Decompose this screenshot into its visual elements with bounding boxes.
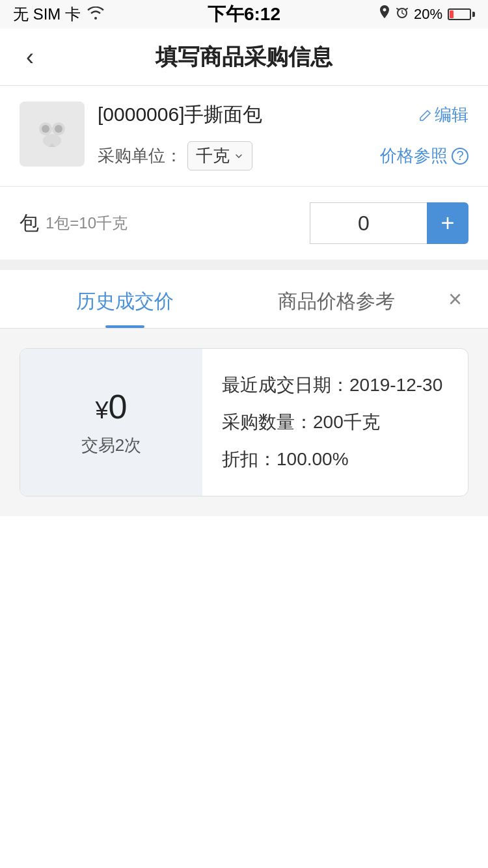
tab-price-reference[interactable]: 商品价格参考 xyxy=(230,270,441,328)
location-icon xyxy=(379,5,390,23)
tab-history-price[interactable]: 历史成交价 xyxy=(20,270,230,328)
battery-percent: 20% xyxy=(414,6,442,23)
wifi-icon xyxy=(87,5,104,23)
card-section: ¥0 交易2次 最近成交日期：2019-12-30 采购数量：200千克 折扣：… xyxy=(0,329,488,516)
purchase-quantity-row: 采购数量：200千克 xyxy=(222,409,448,435)
unit-info: 包 1包=10千克 xyxy=(20,210,128,237)
unit-label: 采购单位： xyxy=(98,144,182,167)
unit-select[interactable]: 千克 xyxy=(187,141,252,170)
back-button[interactable]: ‹ xyxy=(20,37,40,77)
card-right: 最近成交日期：2019-12-30 采购数量：200千克 折扣：100.00% xyxy=(202,349,468,496)
status-left: 无 SIM 卡 xyxy=(13,4,104,25)
discount-row: 折扣：100.00% xyxy=(222,446,448,472)
unit-box-label: 包 xyxy=(20,210,39,237)
svg-point-3 xyxy=(42,125,49,133)
tabs-section: 历史成交价 商品价格参考 × xyxy=(0,270,488,329)
status-time: 下午6:12 xyxy=(208,2,280,27)
carrier-label: 无 SIM 卡 xyxy=(13,4,81,25)
price-display: ¥0 xyxy=(96,387,128,426)
trade-count: 交易2次 xyxy=(81,434,141,457)
quantity-section: 包 1包=10千克 + xyxy=(0,186,488,260)
quantity-plus-button[interactable]: + xyxy=(427,202,468,244)
price-card: ¥0 交易2次 最近成交日期：2019-12-30 采购数量：200千克 折扣：… xyxy=(20,348,468,496)
last-date-row: 最近成交日期：2019-12-30 xyxy=(222,372,448,398)
nav-bar: ‹ 填写商品采购信息 xyxy=(0,29,488,86)
status-bar: 无 SIM 卡 下午6:12 20% xyxy=(0,0,488,29)
product-details: [0000006]手撕面包 编辑 采购单位： 千克 xyxy=(98,102,468,170)
edit-button[interactable]: 编辑 xyxy=(419,103,468,126)
svg-point-4 xyxy=(55,125,62,133)
tab-close-button[interactable]: × xyxy=(442,279,468,319)
quantity-input[interactable] xyxy=(310,202,427,244)
help-icon: ? xyxy=(452,148,468,165)
page-bottom xyxy=(0,516,488,868)
price-ref-button[interactable]: 价格参照 ? xyxy=(380,144,468,167)
page-title: 填写商品采购信息 xyxy=(156,42,332,72)
status-right: 20% xyxy=(379,5,475,23)
unit-conversion: 1包=10千克 xyxy=(46,213,128,234)
product-thumbnail xyxy=(20,102,85,167)
quantity-controls: + xyxy=(310,202,468,244)
product-name: [0000006]手撕面包 xyxy=(98,102,262,128)
battery-icon xyxy=(448,8,475,20)
alarm-icon xyxy=(396,6,409,23)
card-left: ¥0 交易2次 xyxy=(20,349,202,496)
tabs-header: 历史成交价 商品价格参考 × xyxy=(0,270,488,328)
section-divider xyxy=(0,260,488,270)
product-section: [0000006]手撕面包 编辑 采购单位： 千克 xyxy=(0,86,488,186)
